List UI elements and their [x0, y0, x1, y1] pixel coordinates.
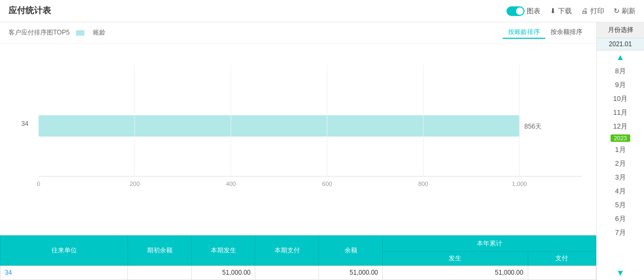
sidebar-current-date: 2021.01 [597, 38, 644, 50]
page-wrapper: 应付统计表 图表 ⬇ 下载 🖨 打印 ↻ 刷新 [0, 0, 644, 280]
chart-area: 客户应付排序图TOP5 账龄 按账龄排序 按余额排序 34 [0, 22, 596, 280]
cell-occur: 51,000.00 [192, 266, 255, 280]
cell-pay [255, 266, 319, 280]
sort-by-amount-button[interactable]: 按账龄排序 [503, 27, 545, 39]
cell-ytd-occur: 51,000.00 [383, 266, 528, 280]
chart-toggle-label: 图表 [527, 6, 540, 16]
cell-opening [128, 266, 192, 280]
sidebar-nav: ▲ 8月9月10月11月12月20231月2月3月4月5月6月7月 ▼ [597, 50, 644, 280]
col-unit-header: 往来单位 [1, 236, 128, 266]
sidebar: 月份选择 2021.01 ▲ 8月9月10月11月12月20231月2月3月4月… [596, 22, 644, 280]
table-wrapper[interactable]: 往来单位 期初余额 本期发生 本期支付 余额 本年累计 发生 支付 [0, 235, 596, 280]
data-table: 往来单位 期初余额 本期发生 本期支付 余额 本年累计 发生 支付 [0, 235, 596, 280]
print-button[interactable]: 🖨 打印 [581, 6, 604, 16]
svg-text:600: 600 [322, 181, 332, 187]
y-axis-label: 34 [21, 120, 29, 128]
chart-legend: 客户应付排序图TOP5 账龄 [8, 28, 106, 37]
month-item[interactable]: 5月 [597, 198, 644, 212]
col-ytd-pay-header: 支付 [528, 252, 596, 266]
table-section: 往来单位 期初余额 本期发生 本期支付 余额 本年累计 发生 支付 [0, 235, 596, 280]
chart-toggle[interactable]: 图表 [506, 6, 540, 16]
cell-balance: 51,000.00 [319, 266, 383, 280]
svg-text:200: 200 [130, 181, 140, 187]
svg-text:800: 800 [418, 181, 428, 187]
header: 应付统计表 图表 ⬇ 下载 🖨 打印 ↻ 刷新 [0, 0, 644, 22]
month-item[interactable]: 10月 [597, 92, 644, 106]
table-row[interactable]: 34 51,000.00 51,000.00 51,000.00 [1, 266, 596, 280]
page-title: 应付统计表 [8, 5, 51, 16]
legend-color-label: 账龄 [93, 28, 106, 37]
col-occur-header: 本期发生 [192, 236, 255, 266]
print-label: 打印 [590, 6, 604, 16]
svg-text:1,000: 1,000 [512, 181, 527, 187]
month-item[interactable]: 1月 [597, 143, 644, 157]
month-item[interactable]: 2月 [597, 157, 644, 171]
bar-days-label: 856天 [525, 123, 542, 130]
month-list: 8月9月10月11月12月20231月2月3月4月5月6月7月 [597, 64, 644, 266]
col-opening-header: 期初余额 [128, 236, 192, 266]
chart-header: 客户应付排序图TOP5 账龄 按账龄排序 按余额排序 [0, 22, 596, 44]
download-button[interactable]: ⬇ 下载 [550, 6, 572, 16]
col-pay-header: 本期支付 [255, 236, 319, 266]
refresh-button[interactable]: ↻ 刷新 [614, 6, 636, 16]
month-item[interactable]: 8月 [597, 64, 644, 78]
cell-ytd-pay [528, 266, 596, 280]
chart-container: 34 856天 0 200 400 600 800 1,000 [0, 44, 596, 235]
chart-svg: 34 856天 0 200 400 600 800 1,000 [8, 49, 588, 198]
cell-unit[interactable]: 34 [1, 266, 128, 280]
nav-down-arrow[interactable]: ▼ [597, 266, 644, 280]
chart-sort-buttons: 按账龄排序 按余额排序 [503, 27, 588, 39]
legend-title: 客户应付排序图TOP5 [8, 28, 70, 37]
bar-chart-svg: 34 856天 0 200 400 600 800 1,000 [8, 49, 588, 198]
svg-text:400: 400 [226, 181, 236, 187]
month-item[interactable]: 3月 [597, 171, 644, 184]
col-ytd-group-header: 本年累计 [383, 236, 596, 252]
sidebar-header: 月份选择 [597, 22, 644, 38]
main-content: 客户应付排序图TOP5 账龄 按账龄排序 按余额排序 34 [0, 22, 644, 280]
sort-by-balance-button[interactable]: 按余额排序 [545, 27, 588, 39]
month-item[interactable]: 11月 [597, 106, 644, 120]
month-item[interactable]: 7月 [597, 226, 644, 240]
print-icon: 🖨 [581, 7, 588, 15]
download-label: 下载 [558, 6, 572, 16]
col-balance-header: 余额 [319, 236, 383, 266]
chart-bar [39, 115, 520, 137]
refresh-icon: ↻ [614, 7, 620, 15]
year-badge[interactable]: 2023 [611, 134, 630, 142]
month-item[interactable]: 9月 [597, 78, 644, 92]
legend-color-box [76, 30, 84, 36]
month-item[interactable]: 4月 [597, 184, 644, 198]
refresh-label: 刷新 [622, 6, 636, 16]
header-actions: 图表 ⬇ 下载 🖨 打印 ↻ 刷新 [506, 6, 636, 16]
month-item[interactable]: 6月 [597, 212, 644, 226]
month-item[interactable]: 12月 [597, 120, 644, 133]
download-icon: ⬇ [550, 7, 556, 15]
toggle-switch-icon[interactable] [506, 6, 525, 16]
svg-text:0: 0 [37, 181, 40, 187]
nav-up-arrow[interactable]: ▲ [597, 50, 644, 64]
col-ytd-occur-header: 发生 [383, 252, 528, 266]
